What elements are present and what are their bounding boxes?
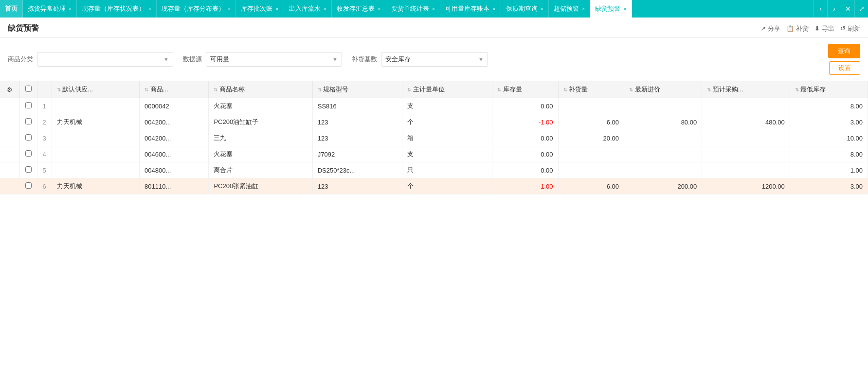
row-checkbox[interactable] bbox=[25, 118, 32, 124]
nav-tab-expiry[interactable]: 保质期查询× bbox=[501, 0, 549, 18]
restock-qty-cell bbox=[558, 146, 624, 162]
unit-cell: 支 bbox=[402, 98, 492, 114]
datasource-select[interactable]: 可用量 ▼ bbox=[206, 52, 342, 67]
query-button[interactable]: 查询 bbox=[828, 44, 860, 58]
product-code-cell: 004200... bbox=[140, 114, 209, 130]
gear-cell bbox=[0, 114, 19, 130]
row-checkbox[interactable] bbox=[25, 102, 32, 108]
gear-cell bbox=[0, 146, 19, 162]
nav-tab-label: 可用量库存账本 bbox=[445, 4, 489, 13]
gear-cell bbox=[0, 98, 19, 114]
nav-tab-home[interactable]: 首页 bbox=[0, 0, 23, 18]
sort-icon: ⇅ bbox=[795, 87, 799, 92]
close-tab-icon[interactable]: × bbox=[148, 6, 151, 12]
column-estimated-purchase[interactable]: ⇅ 预计采购... bbox=[702, 81, 790, 98]
gear-cell bbox=[0, 178, 19, 194]
spec-cell: J7092 bbox=[312, 146, 402, 162]
row-checkbox-cell[interactable] bbox=[19, 162, 37, 178]
nav-tab-collect[interactable]: 收发存汇总表× bbox=[332, 0, 386, 18]
export-button[interactable]: ⬇ 导出 bbox=[814, 24, 834, 33]
sort-icon: ⇅ bbox=[497, 87, 501, 92]
refresh-icon: ↺ bbox=[840, 25, 846, 32]
supplier-cell bbox=[52, 98, 140, 114]
stock-cell: -1.00 bbox=[492, 114, 559, 130]
nav-tab-shortage[interactable]: 缺货预警× bbox=[590, 0, 632, 18]
column-product-code[interactable]: ⇅ 商品... bbox=[140, 81, 209, 98]
close-tab-icon[interactable]: × bbox=[492, 6, 495, 12]
nav-tab-inventory-status[interactable]: 现存量（库存状况表）× bbox=[77, 0, 156, 18]
row-checkbox[interactable] bbox=[25, 166, 32, 173]
min-stock-cell: 3.00 bbox=[790, 178, 868, 194]
restock-basis-select[interactable]: 安全库存 ▼ bbox=[381, 52, 488, 67]
supplier-cell bbox=[52, 130, 140, 146]
close-tab-icon[interactable]: × bbox=[623, 6, 626, 12]
restock-icon: 📋 bbox=[786, 25, 794, 32]
nav-tab-label: 拣货异常处理 bbox=[28, 4, 66, 13]
column-unit[interactable]: ⇅ 主计量单位 bbox=[402, 81, 492, 98]
row-checkbox[interactable] bbox=[25, 134, 32, 141]
select-all-checkbox[interactable] bbox=[25, 86, 32, 92]
row-checkbox[interactable] bbox=[25, 182, 32, 189]
estimated-purchase-cell bbox=[702, 98, 790, 114]
nav-tab-label: 超储预警 bbox=[554, 4, 579, 13]
close-tab-icon[interactable]: × bbox=[582, 6, 585, 12]
row-checkbox[interactable] bbox=[25, 150, 32, 157]
close-tab-icon[interactable]: × bbox=[541, 6, 543, 12]
column-restock-qty[interactable]: ⇅ 补货量 bbox=[558, 81, 624, 98]
restock-qty-cell: 6.00 bbox=[558, 114, 624, 130]
close-tab-icon[interactable]: × bbox=[324, 6, 326, 12]
nav-controls: ‹ › ✕ ⤢ bbox=[814, 0, 868, 18]
row-number: 2 bbox=[37, 114, 52, 130]
close-tab-icon[interactable]: × bbox=[228, 6, 231, 12]
row-checkbox-cell[interactable] bbox=[19, 114, 37, 130]
nav-tab-available[interactable]: 可用量库存账本× bbox=[440, 0, 501, 18]
nav-tab-overstock[interactable]: 超储预警× bbox=[549, 0, 590, 18]
estimated-purchase-cell bbox=[702, 130, 790, 146]
supplier-cell bbox=[52, 146, 140, 162]
close-tab-icon[interactable]: × bbox=[275, 6, 278, 12]
min-stock-cell: 3.00 bbox=[790, 114, 868, 130]
close-tab-icon[interactable]: × bbox=[378, 6, 380, 12]
settings-button[interactable]: 设置 bbox=[829, 61, 860, 75]
column-min-stock[interactable]: ⇅ 最低库存 bbox=[790, 81, 868, 98]
nav-tab-batch-account[interactable]: 库存批次账× bbox=[236, 0, 284, 18]
column-checkbox[interactable] bbox=[19, 81, 37, 98]
stock-cell: 0.00 bbox=[492, 130, 559, 146]
nav-tab-label: 现存量（库存分布表） bbox=[162, 4, 225, 13]
column-spec[interactable]: ⇅ 规格型号 bbox=[312, 81, 402, 98]
restock-button[interactable]: 📋 补货 bbox=[786, 24, 809, 33]
min-stock-cell: 10.00 bbox=[790, 130, 868, 146]
column-gear[interactable]: ⚙ bbox=[0, 81, 19, 98]
product-name-cell: 火花塞 bbox=[209, 146, 312, 162]
nav-tab-exception[interactable]: 拣货异常处理× bbox=[23, 0, 77, 18]
column-stock[interactable]: ⇅ 库存量 bbox=[492, 81, 559, 98]
share-button[interactable]: ↗ 分享 bbox=[760, 24, 780, 33]
nav-prev-button[interactable]: ‹ bbox=[814, 0, 827, 18]
row-checkbox-cell[interactable] bbox=[19, 130, 37, 146]
column-supplier[interactable]: ⇅ 默认供应... bbox=[52, 81, 140, 98]
row-checkbox-cell[interactable] bbox=[19, 178, 37, 194]
refresh-button[interactable]: ↺ 刷新 bbox=[840, 24, 860, 33]
nav-close-button[interactable]: ✕ bbox=[841, 0, 854, 18]
table-row: 2 力天机械 004200... PC200油缸缸子 123 个 -1.00 6… bbox=[0, 114, 868, 130]
stock-cell: 0.00 bbox=[492, 98, 559, 114]
filter-area: 商品分类 ▼ 数据源 可用量 ▼ 补货基数 安全库存 ▼ 查询 设置 bbox=[0, 38, 868, 81]
restock-qty-cell: 20.00 bbox=[558, 130, 624, 146]
product-code-cell: 801110... bbox=[140, 178, 209, 194]
row-checkbox-cell[interactable] bbox=[19, 146, 37, 162]
nav-tab-flow[interactable]: 出入库流水× bbox=[284, 0, 332, 18]
estimated-purchase-cell bbox=[702, 162, 790, 178]
restock-qty-cell bbox=[558, 162, 624, 178]
nav-tab-inventory-dist[interactable]: 现存量（库存分布表）× bbox=[157, 0, 236, 18]
sort-icon: ⇅ bbox=[563, 87, 567, 92]
nav-expand-button[interactable]: ⤢ bbox=[854, 0, 868, 18]
close-tab-icon[interactable]: × bbox=[69, 6, 72, 12]
nav-next-button[interactable]: › bbox=[827, 0, 841, 18]
column-product-name[interactable]: ⇅ 商品名称 bbox=[209, 81, 312, 98]
column-latest-price[interactable]: ⇅ 最新进价 bbox=[624, 81, 702, 98]
category-select[interactable]: ▼ bbox=[37, 52, 173, 67]
close-tab-icon[interactable]: × bbox=[432, 6, 435, 12]
nav-tab-requisition[interactable]: 要货单统计表× bbox=[386, 0, 440, 18]
row-checkbox-cell[interactable] bbox=[19, 98, 37, 114]
nav-tab-label: 库存批次账 bbox=[241, 4, 272, 13]
